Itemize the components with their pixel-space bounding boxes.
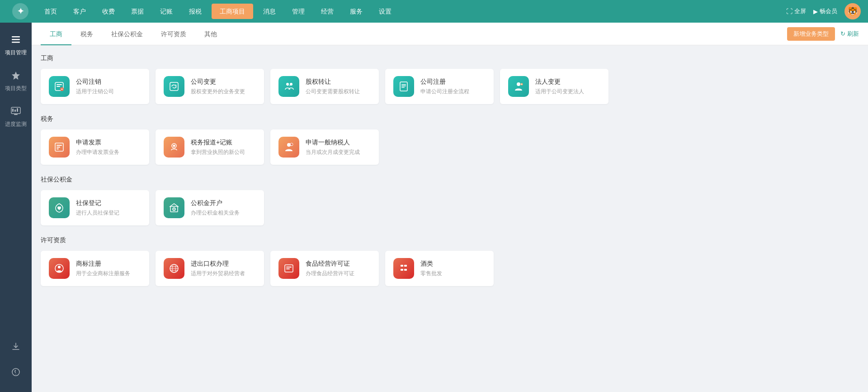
- card-social-insurance[interactable]: 社保登记 进行人员社保登记: [41, 190, 149, 225]
- help-icon: [9, 366, 22, 378]
- svg-rect-21: [401, 86, 406, 86]
- nav-service[interactable]: 服务: [342, 0, 371, 23]
- svg-rect-15: [170, 82, 178, 91]
- nav-settings[interactable]: 设置: [371, 0, 400, 23]
- nav-operation[interactable]: 经营: [313, 0, 342, 23]
- card-desc-apply-taxpayer: 当月或次月成变更完成: [306, 148, 360, 156]
- refresh-label: 刷新: [847, 30, 859, 38]
- svg-rect-48: [404, 265, 407, 267]
- card-legal-change[interactable]: 法人变更 适用于公司变更法人: [500, 69, 609, 104]
- card-trademark[interactable]: 商标注册 用于企业商标注册服务: [41, 251, 149, 286]
- card-company-register[interactable]: 公司注册 申请公司注册全流程: [385, 69, 494, 104]
- download-icon: [9, 340, 22, 353]
- card-food-license[interactable]: 食品经营许可证 办理食品经营许可证: [270, 251, 379, 286]
- section-title-xuke: 许可资质: [41, 236, 859, 244]
- sidebar-item-download[interactable]: [0, 334, 32, 359]
- food-license-icon: [278, 258, 299, 279]
- card-desc-import-export: 适用于对外贸易经营者: [191, 270, 245, 277]
- nav-client[interactable]: 客户: [65, 0, 94, 23]
- card-title-alcohol: 酒类: [420, 260, 442, 268]
- nav-industrial[interactable]: 工商项目: [212, 4, 253, 19]
- card-equity-transfer[interactable]: 股权转让 公司变更需要股权转让: [270, 69, 379, 104]
- scroll-content[interactable]: 工商 公司注销: [32, 45, 868, 392]
- nav-fee[interactable]: 收费: [94, 0, 123, 23]
- social-insurance-icon: [49, 197, 70, 218]
- svg-rect-46: [286, 268, 290, 269]
- section-gongshang: 工商 公司注销: [41, 54, 859, 104]
- nav-message[interactable]: 消息: [255, 0, 284, 23]
- company-register-icon: [393, 76, 414, 97]
- section-shebao: 社保公积金 社保登记 进行人员社保登记: [41, 176, 859, 225]
- vip-button[interactable]: ▶ 畅会员: [813, 7, 837, 15]
- alcohol-icon: [393, 258, 414, 279]
- tab-xuke[interactable]: 许可资质: [152, 23, 195, 45]
- cards-grid-gongshang: 公司注销 适用于注销公司: [41, 69, 859, 104]
- tab-qita[interactable]: 其他: [195, 23, 226, 45]
- list-icon: [9, 33, 22, 46]
- sidebar-label-project-type: 项目类型: [5, 85, 27, 92]
- section-title-shuiwu: 税务: [41, 115, 859, 123]
- trademark-icon: [49, 258, 70, 279]
- card-tax-report[interactable]: 税务报道+记账 拿到营业执照的新公司: [156, 129, 264, 165]
- nav-invoice[interactable]: 票据: [123, 0, 152, 23]
- svg-point-30: [173, 145, 175, 147]
- svg-rect-6: [12, 109, 14, 112]
- card-title-housing-fund: 公积金开户: [191, 199, 240, 207]
- tab-gongshang[interactable]: 工商: [41, 23, 71, 45]
- svg-rect-5: [14, 114, 18, 115]
- tab-shuiwu[interactable]: 税务: [71, 23, 102, 45]
- refresh-button[interactable]: ↻ 刷新: [840, 30, 859, 38]
- card-desc-alcohol: 零售批发: [420, 270, 442, 277]
- monitor-icon: [9, 105, 22, 118]
- cards-grid-xuke: 商标注册 用于企业商标注册服务: [41, 251, 859, 286]
- card-title-company-change: 公司变更: [191, 78, 245, 86]
- nav-accounting[interactable]: 记账: [152, 0, 181, 23]
- fullscreen-label: 全屏: [794, 7, 806, 15]
- fullscreen-icon: ⛶: [786, 8, 793, 15]
- svg-rect-1: [12, 39, 20, 40]
- card-apply-taxpayer[interactable]: + 申请一般纳税人 当月或次月成变更完成: [270, 129, 379, 165]
- card-import-export[interactable]: 进出口权办理 适用于对外贸易经营者: [156, 251, 264, 286]
- star-icon: [9, 69, 22, 82]
- card-title-company-register: 公司注册: [420, 78, 469, 86]
- sidebar-item-progress-monitor[interactable]: 进度监测: [0, 99, 32, 134]
- card-desc-company-register: 申请公司注册全流程: [420, 88, 469, 96]
- card-desc-trademark: 用于企业商标注册服务: [76, 270, 130, 277]
- nav-tax[interactable]: 报税: [181, 0, 210, 23]
- card-title-equity-transfer: 股权转让: [306, 78, 360, 86]
- svg-rect-28: [57, 148, 59, 149]
- company-change-icon: [164, 76, 184, 97]
- card-apply-invoice[interactable]: 申请发票 办理申请发票业务: [41, 129, 149, 165]
- svg-point-17: [290, 83, 292, 86]
- content-area: 工商 税务 社保公积金 许可资质 其他 新增业务类型 ↻ 刷新 工商: [32, 23, 868, 392]
- nav-home[interactable]: 首页: [36, 0, 65, 23]
- card-alcohol[interactable]: 酒类 零售批发: [385, 251, 494, 286]
- sidebar-item-project-mgmt[interactable]: 项目管理: [0, 27, 32, 63]
- card-desc-apply-invoice: 办理申请发票业务: [76, 148, 119, 156]
- sidebar-label-project-mgmt: 项目管理: [5, 49, 27, 57]
- svg-point-23: [517, 82, 520, 86]
- nav-right: ⛶ 全屏 ▶ 畅会员 🐯: [786, 3, 868, 19]
- svg-rect-0: [12, 36, 20, 38]
- svg-rect-12: [57, 86, 60, 87]
- sidebar-item-project-type[interactable]: 项目类型: [0, 63, 32, 99]
- fullscreen-button[interactable]: ⛶ 全屏: [786, 7, 806, 15]
- new-type-button[interactable]: 新增业务类型: [787, 27, 835, 41]
- tab-shebao[interactable]: 社保公积金: [102, 23, 152, 45]
- mascot-avatar: 🐯: [844, 3, 861, 19]
- card-desc-social-insurance: 进行人员社保登记: [76, 209, 119, 217]
- card-title-social-insurance: 社保登记: [76, 199, 119, 207]
- tax-report-icon: [164, 137, 184, 158]
- section-title-shebao: 社保公积金: [41, 176, 859, 184]
- svg-rect-49: [401, 269, 403, 271]
- sidebar-item-help[interactable]: [0, 359, 32, 385]
- card-company-change[interactable]: 公司变更 股权变更外的业务变更: [156, 69, 264, 104]
- card-desc-company-change: 股权变更外的业务变更: [191, 88, 245, 96]
- nav-manage[interactable]: 管理: [284, 0, 313, 23]
- logo-icon: ✦: [12, 3, 28, 19]
- card-housing-fund[interactable]: 公积金开户 办理公积金相关业务: [156, 190, 264, 225]
- card-company-cancel[interactable]: 公司注销 适用于注销公司: [41, 69, 149, 104]
- apply-taxpayer-icon: +: [278, 137, 299, 158]
- sidebar: 项目管理 项目类型 进度监测: [0, 23, 32, 392]
- vip-label: 畅会员: [820, 7, 837, 15]
